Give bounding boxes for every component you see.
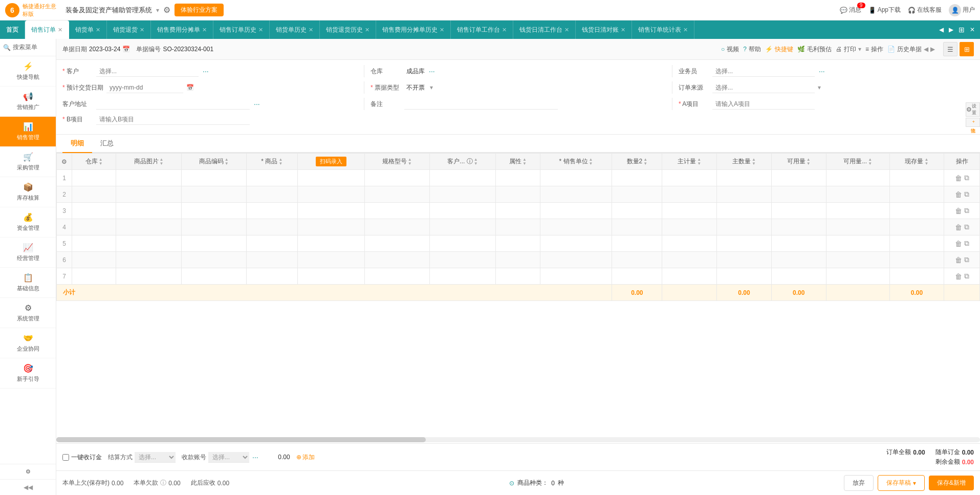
row-6-customer-code[interactable] <box>429 252 495 268</box>
row-7-available2[interactable] <box>826 268 889 285</box>
row-4-image[interactable] <box>116 219 181 235</box>
row-4-delete-icon[interactable]: 🗑 <box>955 223 962 231</box>
sidebar-item-finance[interactable]: 💰 资金管理 <box>0 207 56 238</box>
row-6-available[interactable] <box>771 252 826 268</box>
tab-detail[interactable]: 明细 <box>62 135 92 153</box>
row-1-image[interactable] <box>116 170 181 186</box>
row-4-stock[interactable] <box>889 219 944 235</box>
row-3-main-unit[interactable] <box>662 203 717 219</box>
table-settings-icon[interactable]: ⚙ <box>61 158 67 165</box>
view-grid-button[interactable]: ⊞ <box>960 42 974 56</box>
row-7-attr[interactable] <box>496 268 540 285</box>
row-7-main-unit[interactable] <box>662 268 717 285</box>
tab-sales-stats[interactable]: 销售订单统计表 ✕ <box>632 20 694 39</box>
row-5-main-unit[interactable] <box>662 235 717 252</box>
close-order-history-icon[interactable]: ✕ <box>258 27 263 33</box>
b-project-input[interactable] <box>96 114 250 125</box>
row-4-unit[interactable] <box>540 219 612 235</box>
row-6-image[interactable] <box>116 252 181 268</box>
tab-invoice-history[interactable]: 销货单历史 ✕ <box>270 20 320 39</box>
row-7-main-qty[interactable] <box>717 268 772 285</box>
row-4-available[interactable] <box>771 219 826 235</box>
help-button[interactable]: ? 帮助 <box>743 45 761 54</box>
row-1-available2[interactable] <box>826 170 889 186</box>
this-balance-info-icon[interactable]: ⓘ <box>160 479 166 487</box>
view-video-button[interactable]: ○ 视频 <box>721 45 739 54</box>
row-5-customer-code[interactable] <box>429 235 495 252</box>
row-3-copy-icon[interactable]: ⧉ <box>964 206 969 215</box>
row-3-attr[interactable] <box>496 203 540 219</box>
th-unit[interactable]: * 销售单位▲▼ <box>540 154 612 170</box>
th-qty2[interactable]: 数量2▲▼ <box>612 154 662 170</box>
row-6-name[interactable] <box>246 252 297 268</box>
row-1-unit[interactable] <box>540 170 612 186</box>
close-reconcile-icon[interactable]: ✕ <box>621 27 625 33</box>
row-1-qty2[interactable] <box>612 170 662 186</box>
sidebar-item-base-info[interactable]: 📋 基础信息 <box>0 268 56 298</box>
row-6-attr[interactable] <box>496 252 540 268</box>
row-7-customer-code[interactable] <box>429 268 495 285</box>
profit-button[interactable]: 🌿 毛利预估 <box>797 45 832 54</box>
user-button[interactable]: 👤 用户 <box>949 4 975 16</box>
row-1-attr[interactable] <box>496 170 540 186</box>
row-6-available2[interactable] <box>826 252 889 268</box>
tab-order-workbench[interactable]: 销售订单工作台 ✕ <box>451 20 513 39</box>
tab-sales-order-history[interactable]: 销售订单历史 ✕ <box>213 20 270 39</box>
online-service-button[interactable]: 🎧 在线客服 <box>908 6 942 14</box>
th-name[interactable]: * 商品▲▼ <box>246 154 297 170</box>
row-5-image[interactable] <box>116 235 181 252</box>
sidebar-settings-button[interactable]: ⚙ <box>0 464 56 479</box>
row-6-spec[interactable] <box>364 252 429 268</box>
print-button[interactable]: 🖨 打印 ▾ <box>836 45 861 54</box>
scan-input-button[interactable]: 扫码录入 <box>316 157 346 166</box>
row-3-delete-icon[interactable]: 🗑 <box>955 207 962 215</box>
row-3-available2[interactable] <box>826 203 889 219</box>
row-7-spec[interactable] <box>364 268 429 285</box>
sidebar-item-purchase[interactable]: 🛒 采购管理 <box>0 147 56 177</box>
right-set-button[interactable]: ⚙设置 <box>966 102 980 117</box>
close-return-history-icon[interactable]: ✕ <box>365 27 369 33</box>
row-7-stock[interactable] <box>889 268 944 285</box>
th-main-qty[interactable]: 主数量▲▼ <box>717 154 772 170</box>
row-2-image[interactable] <box>116 186 181 203</box>
right-logistics-button[interactable]: + 物流 <box>966 118 980 127</box>
close-workbench-icon[interactable]: ✕ <box>502 27 507 33</box>
row-4-main-qty[interactable] <box>717 219 772 235</box>
row-2-customer-code[interactable] <box>429 186 495 203</box>
row-4-scan[interactable] <box>297 219 364 235</box>
row-2-unit[interactable] <box>540 186 612 203</box>
tab-home[interactable]: 首页 <box>0 20 25 39</box>
row-2-main-unit[interactable] <box>662 186 717 203</box>
row-2-main-qty[interactable] <box>717 186 772 203</box>
sidebar-collapse-button[interactable]: ◀◀ <box>0 479 56 495</box>
save-draft-dropdown-icon[interactable]: ▾ <box>913 480 916 487</box>
row-7-name[interactable] <box>246 268 297 285</box>
row-1-warehouse[interactable] <box>72 170 116 186</box>
history-next-icon[interactable]: ▶ <box>930 46 935 53</box>
th-attr[interactable]: 属性▲▼ <box>496 154 540 170</box>
print-dropdown-icon[interactable]: ▾ <box>858 46 861 53</box>
row-2-delete-icon[interactable]: 🗑 <box>955 190 962 199</box>
row-1-main-unit[interactable] <box>662 170 717 186</box>
tab-daily-clear-workbench[interactable]: 钱货日清工作台 ✕ <box>513 20 576 39</box>
tab-sales-invoice[interactable]: 销货单 ✕ <box>69 20 107 39</box>
one-click-checkbox-input[interactable] <box>62 454 69 461</box>
row-3-qty2[interactable] <box>612 203 662 219</box>
row-7-code[interactable] <box>181 268 246 285</box>
row-5-name[interactable] <box>246 235 297 252</box>
history-prev-icon[interactable]: ◀ <box>924 46 928 53</box>
row-6-qty2[interactable] <box>612 252 662 268</box>
row-1-copy-icon[interactable]: ⧉ <box>964 174 969 182</box>
tab-sales-return[interactable]: 销货退货 ✕ <box>107 20 151 39</box>
row-4-qty2[interactable] <box>612 219 662 235</box>
row-4-copy-icon[interactable]: ⧉ <box>964 223 969 231</box>
delivery-date-input[interactable] <box>106 82 183 93</box>
message-button[interactable]: 💬 9 消息 <box>840 6 861 14</box>
nav-close-icon[interactable]: ✕ <box>968 25 977 34</box>
row-5-attr[interactable] <box>496 235 540 252</box>
row-7-scan[interactable] <box>297 268 364 285</box>
customer-expand-icon[interactable]: ··· <box>203 67 209 75</box>
row-7-unit[interactable] <box>540 268 612 285</box>
invoice-dropdown-icon[interactable]: ▾ <box>430 84 433 91</box>
row-3-image[interactable] <box>116 203 181 219</box>
